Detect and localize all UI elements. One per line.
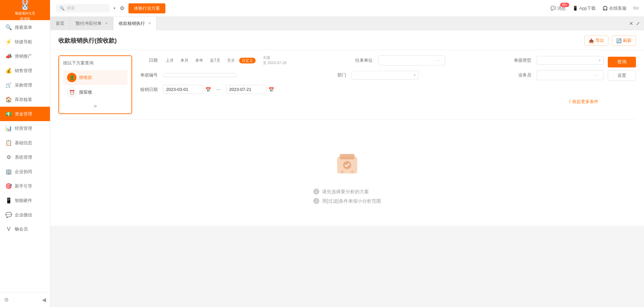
date-btn-this-year[interactable]: 本年 bbox=[193, 57, 206, 64]
user-label[interactable]: Rit bbox=[633, 6, 639, 11]
filter-row-1: 日期 上月 本月 本年 近7天 更多 自定义 不限 至 bbox=[138, 55, 604, 65]
export-icon: 📤 bbox=[589, 38, 594, 43]
sidebar-item-vip[interactable]: V 畅会员 bbox=[0, 222, 50, 236]
sidebar-quick-nav-label: 快捷导航 bbox=[15, 39, 32, 45]
logo-icon: 🐰 bbox=[19, 0, 31, 10]
partner-input[interactable]: ··· bbox=[378, 55, 445, 65]
export-button[interactable]: 📤 导出 bbox=[584, 36, 608, 46]
right-buttons: 查询 设置 bbox=[608, 55, 636, 114]
collapse-more-row: 《 收起更多条件 bbox=[138, 99, 604, 105]
svg-point-2 bbox=[343, 161, 351, 169]
date-to-label: 至 2023-07-26 bbox=[263, 60, 286, 65]
staff-more-icon[interactable]: ··· bbox=[592, 72, 601, 78]
sidebar-quick-nav-icon: ⚡ bbox=[5, 39, 12, 45]
sidebar-item-smart-hw[interactable]: 📱 智能硬件 bbox=[0, 193, 50, 208]
dept-select[interactable]: ▾ bbox=[352, 71, 419, 80]
staff-input[interactable]: ··· bbox=[537, 70, 604, 80]
sidebar-search-label: 搜索菜单 bbox=[15, 24, 32, 31]
refresh-button[interactable]: 🔄 刷新 bbox=[612, 36, 636, 46]
partner-more-icon[interactable]: ··· bbox=[434, 57, 442, 63]
tab-home[interactable]: 首页 bbox=[50, 17, 70, 30]
empty-state: 1 请先选择要分析的方案 2 用[过滤]条件来缩小分析范围 bbox=[50, 120, 644, 226]
sidebar-system-icon: ⚙ bbox=[5, 154, 12, 160]
sidebar-sales-icon: 💰 bbox=[5, 67, 12, 74]
sidebar-item-marketing[interactable]: 📣 营销推广 bbox=[0, 49, 50, 63]
filter-sidebar-collapse-btn[interactable]: » bbox=[63, 102, 127, 109]
query-button[interactable]: 查询 bbox=[608, 57, 636, 67]
sidebar-item-search[interactable]: 🔍 搜索菜单 bbox=[0, 20, 50, 35]
collapse-more-button[interactable]: 《 收起更多条件 bbox=[567, 99, 598, 105]
sidebar-item-purchase[interactable]: 🛒 采购管理 bbox=[0, 78, 50, 92]
writeoff-date-end-input[interactable] bbox=[226, 85, 266, 94]
tab-controls: ✕ ⤢ bbox=[625, 21, 644, 26]
industry-solution-button[interactable]: 体验行业方案 bbox=[128, 3, 165, 13]
step-2-text: 用[过滤]条件来缩小分析范围 bbox=[322, 196, 381, 206]
doc-type-select[interactable]: ▾ bbox=[537, 56, 604, 65]
sidebar-inventory-icon: 🏠 bbox=[5, 96, 12, 103]
sidebar-item-wechat[interactable]: 💬 企业微信 bbox=[0, 208, 50, 222]
filter-sidebar: 按以下方案查询 💲 按收款 ⏰ 按应收 » bbox=[58, 55, 132, 114]
sidebar-item-newbie[interactable]: 🎯 新手引导 bbox=[0, 179, 50, 193]
date-btn-7days[interactable]: 近7天 bbox=[207, 57, 223, 64]
sidebar-purchase-icon: 🛒 bbox=[5, 82, 12, 88]
settings-button[interactable]: 设置 bbox=[608, 70, 636, 81]
sidebar-marketing-icon: 📣 bbox=[5, 53, 12, 59]
date-btn-this-month[interactable]: 本月 bbox=[178, 57, 191, 64]
sidebar-operations-icon: 📊 bbox=[5, 125, 12, 132]
sidebar-item-enterprise[interactable]: 🏢 企业协同 bbox=[0, 164, 50, 179]
staff-label: 业务员 bbox=[515, 72, 531, 78]
writeoff-date-start-input[interactable] bbox=[163, 85, 203, 94]
empty-step-1: 1 请先选择要分析的方案 bbox=[313, 187, 381, 196]
empty-step-2: 2 用[过滤]条件来缩小分析范围 bbox=[313, 196, 381, 206]
step-1-text: 请先选择要分析的方案 bbox=[322, 187, 369, 196]
date-btn-more[interactable]: 更多 bbox=[224, 57, 238, 64]
filter-form: 日期 上月 本月 本年 近7天 更多 自定义 不限 至 bbox=[138, 55, 604, 114]
message-action[interactable]: 💬 消息 99+ bbox=[550, 5, 566, 11]
tab-collect[interactable]: 收款核销执行 ✕ bbox=[113, 17, 157, 30]
header-gear-icon[interactable]: ⚙ bbox=[120, 5, 124, 11]
date-no-limit-label: 不限 bbox=[263, 55, 286, 60]
sidebar-item-finance[interactable]: 💵 资金管理 bbox=[0, 107, 50, 121]
sidebar-collapse-icon[interactable]: ◀ bbox=[42, 297, 46, 303]
sidebar-bottom: ⚙ ◀ bbox=[0, 292, 50, 307]
sidebar-purchase-label: 采购管理 bbox=[15, 82, 32, 88]
app-download-action[interactable]: 📱 App下载 bbox=[573, 5, 596, 11]
sidebar-settings-icon[interactable]: ⚙ bbox=[4, 297, 9, 303]
filter-row-3: 核销日期 📅 — 📅 bbox=[138, 85, 604, 94]
sidebar-marketing-label: 营销推广 bbox=[15, 53, 32, 59]
sidebar-item-inventory[interactable]: 🏠 库存核算 bbox=[0, 92, 50, 107]
sidebar-item-sales[interactable]: 💰 销售管理 bbox=[0, 63, 50, 78]
doc-no-input[interactable] bbox=[163, 73, 237, 77]
sidebar-item-operations[interactable]: 📊 经营管理 bbox=[0, 121, 50, 136]
filter-option-by-receivable[interactable]: ⏰ 按应收 bbox=[63, 85, 127, 100]
tab-prepay[interactable]: 预付冲应付单 ✕ bbox=[70, 17, 113, 30]
sidebar-item-basics[interactable]: 📋 基础信息 bbox=[0, 136, 50, 150]
filter-receipt-icon: 💲 bbox=[67, 73, 76, 82]
date-btn-last-month[interactable]: 上月 bbox=[163, 57, 176, 64]
svg-point-4 bbox=[351, 170, 354, 173]
filter-area: 按以下方案查询 💲 按收款 ⏰ 按应收 » bbox=[50, 50, 644, 119]
sidebar-item-system[interactable]: ⚙ 系统管理 bbox=[0, 150, 50, 164]
sidebar-vip-icon: V bbox=[5, 226, 12, 232]
logo-title: 畅捷通好生意 bbox=[15, 11, 35, 16]
online-service-action[interactable]: 🎧 在线客服 bbox=[602, 5, 627, 11]
filter-receivable-icon: ⏰ bbox=[67, 88, 76, 97]
message-badge: 99+ bbox=[560, 3, 569, 7]
page-title: 收款核销执行(按收款) bbox=[58, 37, 117, 45]
tab-expand-icon[interactable]: ⤢ bbox=[636, 21, 640, 26]
header-dropdown-icon[interactable]: ▾ bbox=[113, 6, 116, 11]
sidebar-item-quick-nav[interactable]: ⚡ 快捷导航 bbox=[0, 35, 50, 49]
empty-illustration bbox=[330, 147, 364, 180]
writeoff-date-end-cal-icon[interactable]: 📅 bbox=[268, 87, 274, 92]
refresh-icon: 🔄 bbox=[616, 38, 622, 43]
header-search-box[interactable]: 🔍 搜索 bbox=[56, 4, 109, 12]
sidebar-search-icon: 🔍 bbox=[5, 24, 12, 31]
filter-option-by-receipt[interactable]: 💲 按收款 bbox=[63, 70, 127, 85]
sidebar-enterprise-label: 企业协同 bbox=[15, 169, 32, 175]
service-icon: 🎧 bbox=[602, 6, 608, 11]
tab-prepay-close-icon[interactable]: ✕ bbox=[105, 21, 108, 25]
sidebar-smart-hw-icon: 📱 bbox=[5, 197, 12, 204]
tab-close-window-icon[interactable]: ✕ bbox=[629, 21, 633, 26]
tab-collect-close-icon[interactable]: ✕ bbox=[148, 21, 151, 25]
writeoff-date-start-cal-icon[interactable]: 📅 bbox=[205, 87, 211, 92]
